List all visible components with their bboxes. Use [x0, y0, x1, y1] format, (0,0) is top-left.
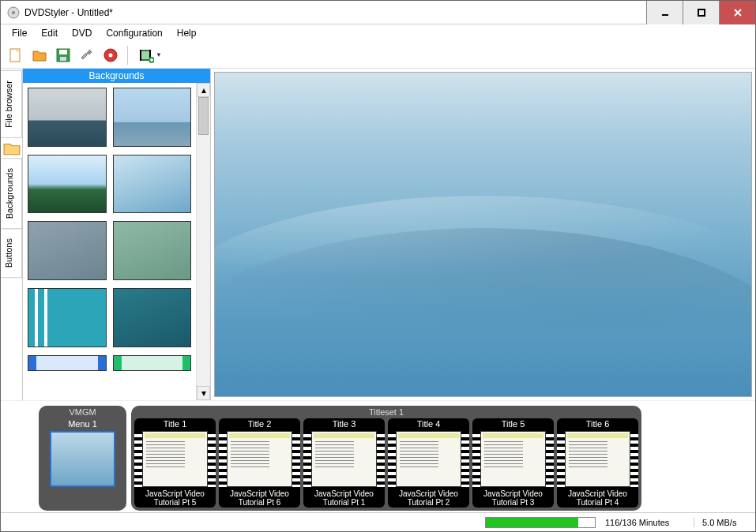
backgrounds-grid [23, 83, 196, 400]
timeline-item-head: Title 4 [388, 418, 469, 429]
backgrounds-panel: Backgrounds ▴ ▾ [23, 69, 211, 400]
new-file-icon [8, 47, 24, 63]
new-button[interactable] [6, 45, 26, 66]
timeline-title-item[interactable]: Title 1 JavaScript Video Tutorial Pt 5 [134, 418, 216, 508]
svg-rect-15 [140, 50, 141, 61]
window-title: DVDStyler - Untitled* [24, 7, 646, 18]
backgrounds-scrollbar[interactable]: ▴ ▾ [196, 83, 210, 400]
svg-rect-10 [60, 57, 66, 61]
menu-file[interactable]: File [6, 26, 33, 40]
scroll-track[interactable] [197, 97, 210, 386]
timeline-item-caption [42, 489, 123, 508]
svg-rect-9 [59, 50, 67, 54]
scroll-handle[interactable] [198, 97, 209, 135]
app-icon [7, 6, 20, 19]
timeline-item-head: Title 6 [557, 418, 638, 429]
timeline-item-head: Title 5 [472, 418, 554, 429]
titlebar: DVDStyler - Untitled* [1, 1, 755, 24]
toolbar: ▼ [1, 42, 755, 69]
timeline-item-head: Menu 1 [42, 418, 123, 429]
menu-edit[interactable]: Edit [35, 26, 64, 40]
menu-dvd[interactable]: DVD [66, 26, 98, 40]
save-button[interactable] [53, 45, 73, 66]
wrench-icon [79, 47, 95, 63]
timeline-group-vmgm: VMGM Menu 1 [39, 406, 126, 511]
tab-file-browser[interactable]: File browser [1, 70, 22, 138]
timeline-item-caption: JavaScript Video Tutorial Pt 5 [134, 489, 216, 508]
save-icon [55, 47, 71, 63]
timeline: VMGM Menu 1 Titleset 1 Title 1 JavaScrip… [1, 400, 755, 512]
menubar: File Edit DVD Configuration Help [1, 24, 755, 42]
minimize-button[interactable] [646, 1, 683, 24]
tab-buttons[interactable]: Buttons [1, 228, 22, 278]
main-area: File browser Backgrounds Buttons Backgro… [1, 69, 755, 400]
background-thumb[interactable] [113, 221, 192, 280]
side-tabs: File browser Backgrounds Buttons [1, 69, 23, 400]
add-clip-button[interactable]: ▼ [134, 45, 166, 66]
svg-rect-14 [141, 51, 149, 59]
disc-burn-icon [103, 47, 118, 63]
background-thumb[interactable] [28, 88, 107, 147]
svg-point-12 [109, 53, 113, 57]
burn-button[interactable] [100, 45, 121, 66]
timeline-item-head: Title 3 [303, 418, 385, 429]
open-button[interactable] [29, 45, 50, 66]
timeline-group-titleset: Titleset 1 Title 1 JavaScript Video Tuto… [131, 406, 641, 511]
folder-open-icon [32, 47, 47, 63]
bitrate-label: 5.0 MB/s [694, 518, 749, 527]
maximize-button[interactable] [683, 1, 719, 24]
menu-help[interactable]: Help [171, 26, 203, 40]
background-thumb[interactable] [113, 288, 192, 347]
timeline-item-head: Title 1 [134, 418, 216, 429]
timeline-item-caption: JavaScript Video Tutorial Pt 6 [219, 489, 300, 508]
tab-backgrounds[interactable]: Backgrounds [1, 158, 22, 229]
background-thumb[interactable] [28, 355, 107, 371]
group-label: VMGM [42, 407, 123, 418]
folder-icon [3, 141, 21, 155]
timeline-item-caption: JavaScript Video Tutorial Pt 4 [557, 489, 638, 508]
group-label: Titleset 1 [134, 407, 638, 418]
svg-point-1 [12, 11, 15, 14]
menu-preview[interactable] [214, 72, 752, 397]
dropdown-arrow-icon: ▼ [156, 51, 162, 58]
timeline-item-caption: JavaScript Video Tutorial Pt 2 [388, 489, 469, 508]
background-thumb[interactable] [113, 88, 192, 147]
background-thumb[interactable] [28, 155, 107, 214]
background-thumb[interactable] [113, 155, 192, 214]
menu-configuration[interactable]: Configuration [100, 26, 168, 40]
statusbar: 116/136 Minutes 5.0 MB/s [1, 512, 755, 531]
timeline-item-caption: JavaScript Video Tutorial Pt 3 [472, 489, 554, 508]
timeline-title-item[interactable]: Title 3 JavaScript Video Tutorial Pt 1 [303, 418, 385, 508]
background-thumb[interactable] [28, 221, 107, 280]
toolbar-separator [127, 46, 128, 65]
scroll-up-button[interactable]: ▴ [197, 83, 210, 97]
disc-usage-label: 116/136 Minutes [605, 518, 684, 527]
disc-usage-progress [485, 517, 596, 528]
background-thumb[interactable] [113, 355, 192, 371]
scroll-down-button[interactable]: ▾ [197, 386, 210, 400]
filmstrip-add-icon [138, 47, 154, 63]
timeline-title-item[interactable]: Title 4 JavaScript Video Tutorial Pt 2 [388, 418, 469, 508]
timeline-item-caption: JavaScript Video Tutorial Pt 1 [303, 489, 385, 508]
background-thumb[interactable] [28, 288, 107, 347]
preview-pane [211, 69, 755, 400]
timeline-item-head: Title 2 [219, 418, 300, 429]
settings-button[interactable] [77, 45, 97, 66]
timeline-title-item[interactable]: Title 5 JavaScript Video Tutorial Pt 3 [472, 418, 554, 508]
svg-rect-3 [698, 9, 705, 16]
timeline-title-item[interactable]: Title 2 JavaScript Video Tutorial Pt 6 [219, 418, 300, 508]
close-button[interactable] [719, 1, 755, 24]
timeline-title-item[interactable]: Title 6 JavaScript Video Tutorial Pt 4 [557, 418, 638, 508]
timeline-menu-item[interactable]: Menu 1 [42, 418, 123, 508]
backgrounds-panel-header: Backgrounds [23, 69, 210, 83]
